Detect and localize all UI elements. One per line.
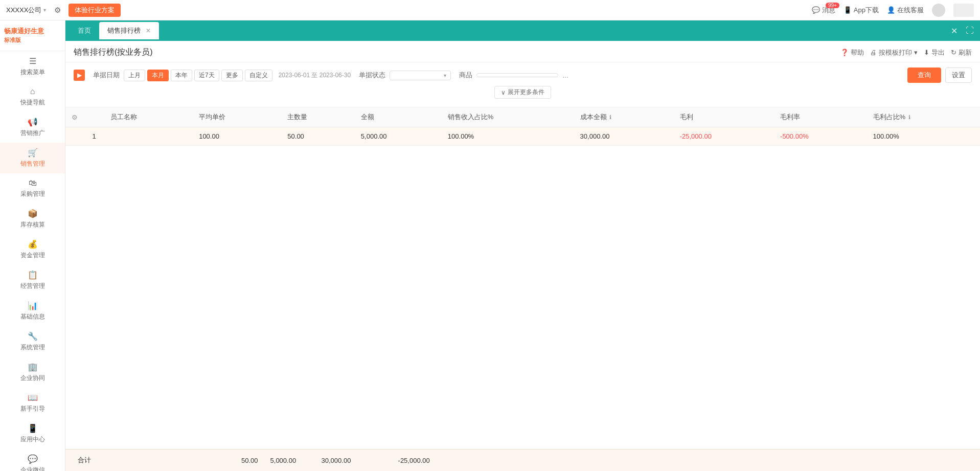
- footer-label: 合计: [72, 454, 235, 467]
- page-content: 销售排行榜(按业务员) ❓ 帮助 🖨 按模板打印 ▾ ⬇ 导出: [65, 41, 980, 471]
- custom-btn[interactable]: 自定义: [245, 70, 272, 81]
- marketing-icon: 📢: [28, 117, 38, 127]
- wechat-icon: 💬: [28, 454, 38, 464]
- tab-home[interactable]: 首页: [70, 22, 99, 39]
- inventory-icon: 📦: [28, 209, 38, 218]
- cost-info-icon[interactable]: ℹ: [609, 114, 611, 120]
- page-header: 销售排行榜(按业务员) ❓ 帮助 🖨 按模板打印 ▾ ⬇ 导出: [65, 41, 980, 62]
- export-button[interactable]: ⬇ 导出: [924, 48, 945, 57]
- goods-select[interactable]: [476, 73, 558, 77]
- date-filter: 单据日期 上月 本月 本年 近7天 更多 自定义 2023-06-01 至 20…: [93, 70, 351, 81]
- sidebar-item-corp-wechat[interactable]: 💬 企业微信: [0, 449, 65, 471]
- sidebar-item-label: 库存核算: [20, 220, 45, 229]
- cur-month-btn[interactable]: 本月: [147, 70, 169, 81]
- sidebar-item-quick-nav[interactable]: ⌂ 快捷导航: [0, 82, 65, 112]
- print-arrow: ▾: [914, 49, 918, 56]
- chevron-down-icon: ▾: [43, 7, 46, 13]
- date-label: 单据日期: [93, 71, 120, 80]
- goods-filter: 商品 ...: [459, 71, 568, 80]
- sidebar-item-label: 经营管理: [20, 282, 45, 290]
- sidebar-item-guide[interactable]: 📖 新手引导: [0, 388, 65, 418]
- purchase-icon: 🛍: [29, 178, 37, 188]
- app-center-icon: 📱: [28, 423, 38, 433]
- page-title: 销售排行榜(按业务员): [74, 47, 153, 58]
- more-btn[interactable]: 更多: [221, 70, 243, 81]
- cell-gross: -25,000.00: [674, 127, 774, 146]
- support-icon: 👤: [887, 6, 895, 14]
- sidebar-item-purchase[interactable]: 🛍 采购管理: [0, 173, 65, 204]
- message-button[interactable]: 💬 消息 99+: [812, 6, 835, 15]
- message-badge: 99+: [826, 3, 839, 8]
- company-selector[interactable]: XXXXX公司 ▾: [6, 6, 46, 15]
- avatar[interactable]: [932, 4, 945, 17]
- sidebar-item-sales[interactable]: 🛒 销售管理: [0, 143, 65, 173]
- sidebar-item-operations[interactable]: 📋 经营管理: [0, 265, 65, 296]
- prev-month-btn[interactable]: 上月: [124, 70, 145, 81]
- expand-row: ∨ 展开更多条件: [74, 83, 972, 102]
- tab-sales-rank[interactable]: 销售排行榜 ✕: [99, 22, 159, 39]
- tab-home-label: 首页: [78, 26, 91, 35]
- col-gross: 毛利: [674, 107, 774, 127]
- trial-button[interactable]: 体验行业方案: [69, 4, 121, 17]
- sidebar-logo: 畅康通好生意 标准版: [0, 20, 65, 51]
- sidebar-item-basic-info[interactable]: 📊 基础信息: [0, 296, 65, 326]
- col-sales-pct: 销售收入占比%: [442, 107, 574, 127]
- username-display: [953, 4, 974, 17]
- sidebar-item-label: 搜索菜单: [20, 68, 45, 77]
- status-select[interactable]: ▾: [390, 71, 451, 80]
- sidebar-item-label: 基础信息: [20, 312, 45, 321]
- sidebar-item-system[interactable]: 🔧 系统管理: [0, 326, 65, 357]
- filter-row-1: ▶ 单据日期 上月 本月 本年 近7天 更多 自定义 2023-06-01 至 …: [74, 68, 972, 83]
- help-icon: ❓: [840, 49, 849, 56]
- main-layout: 畅康通好生意 标准版 ☰ 搜索菜单 ⌂ 快捷导航 📢 营销推广 🛒 销售管理 🛍…: [0, 20, 980, 471]
- filter-toggle-icon[interactable]: ▶: [74, 70, 85, 81]
- footer-main-qty: 50.00: [235, 455, 264, 466]
- sidebar-item-search[interactable]: ☰ 搜索菜单: [0, 51, 65, 82]
- refresh-icon: ↻: [951, 49, 956, 56]
- sidebar-item-label: 应用中心: [20, 435, 45, 444]
- search-menu-icon: ☰: [29, 56, 36, 66]
- expand-conditions-button[interactable]: ∨ 展开更多条件: [494, 86, 551, 99]
- export-icon: ⬇: [924, 49, 929, 56]
- col-cost: 成本全额 ℹ: [574, 107, 674, 127]
- filter-area: ▶ 单据日期 上月 本月 本年 近7天 更多 自定义 2023-06-01 至 …: [65, 62, 980, 107]
- sidebar-item-label: 销售管理: [20, 160, 45, 168]
- sidebar-item-corp-collab[interactable]: 🏢 企业协同: [0, 357, 65, 388]
- cell-gross-rate: -500.00%: [774, 127, 867, 146]
- cell-sales-pct: 100.00%: [442, 127, 574, 146]
- basic-info-icon: 📊: [28, 301, 38, 310]
- corp-icon: 🏢: [28, 362, 38, 372]
- settings-filter-button[interactable]: 设置: [945, 68, 972, 83]
- more-dots[interactable]: ...: [562, 71, 568, 79]
- tab-close-button[interactable]: ✕: [949, 24, 960, 38]
- refresh-button[interactable]: ↻ 刷新: [951, 48, 972, 57]
- sidebar-item-app-center[interactable]: 📱 应用中心: [0, 418, 65, 449]
- sidebar-item-finance[interactable]: 💰 资金管理: [0, 234, 65, 265]
- cell-gross-pct: 100.00%: [867, 127, 980, 146]
- sidebar-item-inventory[interactable]: 📦 库存核算: [0, 204, 65, 234]
- help-button[interactable]: ❓ 帮助: [840, 48, 864, 57]
- footer-gross: -25,000.00: [392, 455, 436, 466]
- online-support-button[interactable]: 👤 在线客服: [887, 6, 924, 15]
- print-button[interactable]: 🖨 按模板打印 ▾: [870, 48, 918, 57]
- company-name: XXXXX公司: [6, 6, 41, 15]
- last7days-btn[interactable]: 近7天: [194, 70, 219, 81]
- sidebar-item-label: 采购管理: [20, 190, 45, 198]
- cur-year-btn[interactable]: 本年: [171, 70, 192, 81]
- query-button[interactable]: 查询: [907, 68, 941, 83]
- tab-bar: 首页 销售排行榜 ✕ ✕ ⛶: [65, 20, 980, 41]
- date-range-display: 2023-06-01 至 2023-06-30: [279, 71, 351, 80]
- support-label: 在线客服: [897, 6, 924, 15]
- app-download-button[interactable]: 📱 App下载: [844, 6, 879, 15]
- sidebar-item-label: 系统管理: [20, 343, 45, 352]
- table-row: 1 100.00 50.00 5,000.00 100.00% 30,000.0…: [65, 127, 980, 146]
- tab-expand-button[interactable]: ⛶: [964, 24, 976, 38]
- col-settings[interactable]: ⚙: [65, 107, 84, 127]
- settings-button[interactable]: ⚙: [50, 3, 64, 17]
- cell-avg-price: 100.00: [193, 127, 281, 146]
- goods-label: 商品: [459, 71, 472, 80]
- gross-pct-info-icon[interactable]: ℹ: [908, 114, 910, 120]
- sidebar-item-marketing[interactable]: 📢 营销推广: [0, 112, 65, 143]
- top-header: XXXXX公司 ▾ ⚙ 体验行业方案 💬 消息 99+ 📱 App下载 👤 在线…: [0, 0, 980, 20]
- tab-close-icon[interactable]: ✕: [146, 27, 151, 34]
